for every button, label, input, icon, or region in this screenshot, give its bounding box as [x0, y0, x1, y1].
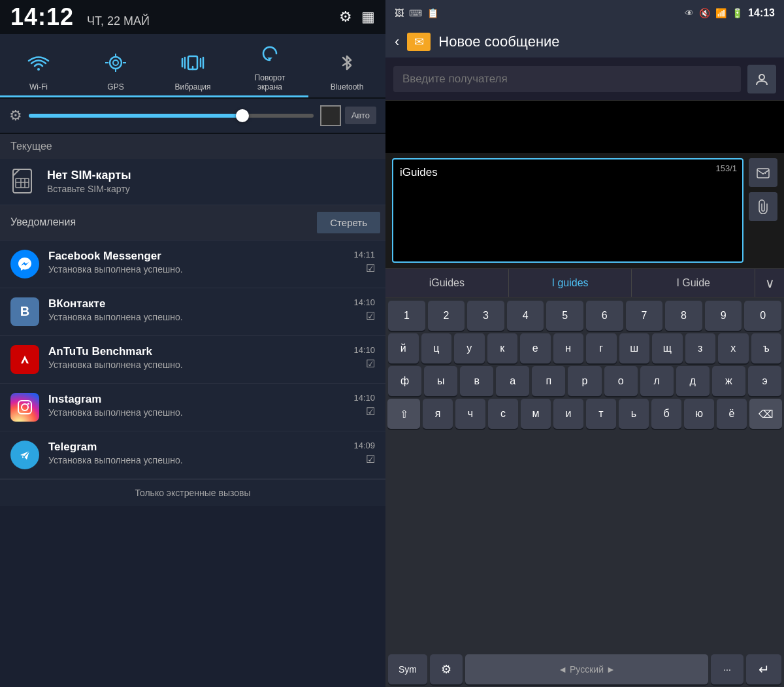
autocomplete-bar: iGuides I guides I Guide ∨	[385, 268, 784, 298]
key-8[interactable]: 8	[665, 301, 702, 331]
keyboard: 1 2 3 4 5 6 7 8 9 0 й ц у к е н г ш щ з …	[385, 298, 784, 652]
back-button[interactable]: ‹	[395, 33, 399, 50]
key-g[interactable]: г	[586, 333, 617, 363]
key-n[interactable]: н	[553, 333, 584, 363]
autocomplete-item-2[interactable]: I guides	[509, 269, 632, 297]
key-o[interactable]: о	[604, 366, 638, 396]
clear-button[interactable]: Стереть	[317, 212, 380, 233]
autocomplete-item-3[interactable]: I Guide	[632, 269, 755, 297]
svg-point-0	[110, 57, 122, 69]
notif-content: Instagram Установка выполнена успешно.	[48, 393, 344, 418]
brightness-thumb[interactable]	[236, 109, 249, 122]
key-ya[interactable]: я	[423, 399, 453, 429]
notif-check: ☑	[366, 453, 375, 465]
key-soft[interactable]: ь	[619, 399, 649, 429]
key-z[interactable]: з	[685, 333, 716, 363]
notif-app-name: AnTuTu Benchmark	[48, 345, 344, 358]
key-shch[interactable]: щ	[652, 333, 683, 363]
toggle-gps[interactable]: GPS	[77, 34, 154, 97]
number-row: 1 2 3 4 5 6 7 8 9 0	[388, 301, 781, 331]
key-i[interactable]: и	[553, 399, 583, 429]
mute-icon: 🔇	[699, 8, 710, 18]
notif-message: Установка выполнена успешно.	[48, 407, 344, 418]
gps-label: GPS	[107, 82, 123, 92]
key-1[interactable]: 1	[388, 301, 425, 331]
enter-key[interactable]: ↵	[746, 654, 781, 684]
space-bar[interactable]: ◄ Русский ►	[465, 654, 708, 684]
notif-right: 14:10 ☑	[353, 345, 375, 370]
gear-key[interactable]: ⚙	[430, 654, 463, 684]
autocomplete-item-1[interactable]: iGuides	[385, 269, 509, 297]
contact-button[interactable]	[747, 65, 776, 93]
sym-key[interactable]: Sym	[388, 654, 427, 684]
toggle-rotation[interactable]: Поворотэкрана	[231, 34, 308, 97]
notif-message: Установка выполнена успешно.	[48, 264, 344, 275]
key-v[interactable]: в	[460, 366, 493, 396]
list-item[interactable]: Instagram Установка выполнена успешно. 1…	[0, 384, 385, 431]
key-2[interactable]: 2	[428, 301, 465, 331]
list-item[interactable]: AnTuTu Benchmark Установка выполнена усп…	[0, 336, 385, 384]
auto-button[interactable]: Авто	[345, 107, 376, 124]
key-a[interactable]: а	[496, 366, 529, 396]
key-d[interactable]: д	[676, 366, 710, 396]
key-l[interactable]: л	[640, 366, 674, 396]
send-button[interactable]	[749, 158, 777, 187]
list-item[interactable]: Telegram Установка выполнена успешно. 14…	[0, 431, 385, 479]
key-x[interactable]: х	[718, 333, 749, 363]
toggle-vibration[interactable]: Вибрация	[154, 34, 231, 97]
toggle-wifi[interactable]: Wi-Fi	[0, 34, 77, 97]
notif-content: Facebook Messenger Установка выполнена у…	[48, 250, 344, 275]
recipient-input[interactable]	[393, 66, 741, 92]
sim-icon	[10, 168, 38, 195]
key-yu[interactable]: ю	[684, 399, 714, 429]
brightness-slider[interactable]	[29, 114, 314, 118]
key-k[interactable]: к	[487, 333, 518, 363]
svg-rect-14	[16, 178, 29, 188]
toggle-bluetooth[interactable]: Bluetooth	[308, 34, 385, 97]
backspace-key[interactable]: ⌫	[749, 399, 782, 429]
key-yo[interactable]: ё	[717, 399, 747, 429]
svg-rect-24	[757, 169, 769, 178]
grid-icon[interactable]: ▦	[361, 8, 375, 25]
key-sh[interactable]: ш	[619, 333, 650, 363]
list-item[interactable]: В ВКонтакте Установка выполнена успешно.…	[0, 288, 385, 336]
key-c[interactable]: ц	[421, 333, 452, 363]
key-0[interactable]: 0	[744, 301, 781, 331]
list-item[interactable]: Facebook Messenger Установка выполнена у…	[0, 241, 385, 288]
key-3[interactable]: 3	[467, 301, 504, 331]
key-e[interactable]: е	[520, 333, 551, 363]
attach-button[interactable]	[749, 192, 777, 221]
notif-right: 14:11 ☑	[353, 250, 375, 275]
key-ee[interactable]: э	[748, 366, 781, 396]
autocomplete-more[interactable]: ∨	[755, 275, 784, 291]
key-j[interactable]: й	[388, 333, 419, 363]
key-u[interactable]: у	[454, 333, 485, 363]
key-s[interactable]: с	[488, 399, 518, 429]
dots-key[interactable]: ···	[711, 654, 743, 684]
key-b[interactable]: б	[651, 399, 681, 429]
key-ch[interactable]: ч	[455, 399, 485, 429]
settings-icon[interactable]: ⚙	[339, 8, 352, 25]
key-6[interactable]: 6	[586, 301, 623, 331]
to-row	[385, 58, 784, 101]
sim-status-icon: 📋	[427, 8, 438, 18]
gps-icon	[104, 52, 127, 78]
key-7[interactable]: 7	[626, 301, 663, 331]
key-hard[interactable]: ъ	[751, 333, 782, 363]
key-t[interactable]: т	[586, 399, 616, 429]
key-5[interactable]: 5	[546, 301, 583, 331]
key-9[interactable]: 9	[705, 301, 742, 331]
telegram-icon	[10, 441, 39, 469]
auto-checkbox[interactable]	[320, 105, 341, 126]
key-p[interactable]: п	[532, 366, 565, 396]
sim-notification: Нет SIM-карты Вставьте SIM-карту	[0, 159, 385, 205]
key-f[interactable]: ф	[388, 366, 421, 396]
key-m[interactable]: м	[521, 399, 551, 429]
key-4[interactable]: 4	[507, 301, 544, 331]
key-r[interactable]: р	[568, 366, 601, 396]
compose-textbox[interactable]: 153/1 iGuides	[392, 158, 743, 263]
key-zh[interactable]: ж	[712, 366, 745, 396]
key-y[interactable]: ы	[424, 366, 457, 396]
space-arrow-left: ◄	[558, 664, 567, 675]
shift-key[interactable]: ⇧	[387, 399, 420, 429]
